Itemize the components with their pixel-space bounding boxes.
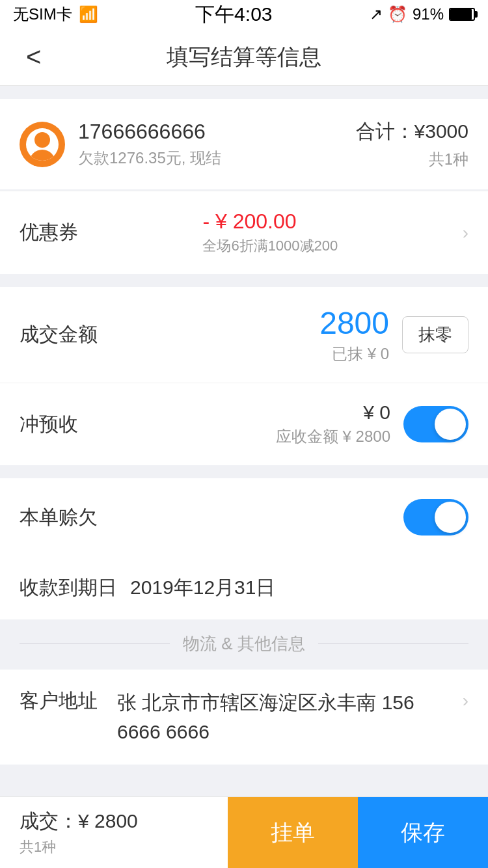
section-divider-2 (0, 465, 488, 478)
status-bar: 无SIM卡 📶 下午4:03 ↗ ⏰ 91% (0, 0, 488, 29)
bottom-bar: 成交：¥ 2800 共1种 挂单 保存 (0, 796, 488, 868)
logistics-label: 物流 & 其他信息 (183, 632, 305, 655)
address-label: 客户地址 (20, 688, 98, 714)
customer-subtext: 欠款1276.35元, 现结 (78, 148, 221, 169)
status-left: 无SIM卡 📶 (13, 4, 98, 25)
customer-phone: 17666666666 (78, 120, 221, 144)
card-info: 17666666666 欠款1276.35元, 现结 (78, 120, 221, 169)
total-count: 共1种 (356, 149, 468, 170)
nav-bar: < 填写结算等信息 (0, 29, 488, 86)
deal-amount-row: 成交金额 2800 已抹 ¥ 0 抹零 (0, 287, 488, 383)
coupon-discount: - ¥ 200.00 (202, 210, 338, 234)
address-row[interactable]: 客户地址 张 北京市市辖区海淀区永丰南 156 6666 6666 › (0, 670, 488, 765)
chongyu-toggle[interactable] (403, 406, 468, 442)
chongyu-row: 冲预收 ¥ 0 应收金额 ¥ 2800 (0, 383, 488, 465)
card-left: 17666666666 欠款1276.35元, 现结 (20, 120, 221, 169)
deal-amount-sub: 已抹 ¥ 0 (319, 344, 389, 364)
deal-amount-label: 成交金额 (20, 321, 98, 348)
due-date-value: 2019年12月31日 (130, 575, 275, 601)
save-button[interactable]: 保存 (358, 797, 488, 868)
chongyu-desc: 应收金额 ¥ 2800 (276, 426, 390, 447)
bottom-count: 共1种 (20, 837, 208, 857)
avatar-body (29, 150, 55, 161)
section-divider-1 (0, 274, 488, 287)
address-value: 张 北京市市辖区海淀区永丰南 156 6666 6666 (117, 688, 463, 746)
chongyu-amount: ¥ 0 (276, 401, 390, 424)
bendan-toggle[interactable] (403, 499, 468, 536)
pending-button[interactable]: 挂单 (228, 797, 358, 868)
avatar-inner (26, 128, 59, 161)
bottom-deal-text: 成交：¥ 2800 (20, 808, 208, 835)
status-right: ↗ ⏰ 91% (370, 5, 475, 23)
address-chevron-icon: › (463, 690, 468, 711)
deal-amount-section: 成交金额 2800 已抹 ¥ 0 抹零 冲预收 ¥ 0 应收金额 ¥ 2800 (0, 287, 488, 465)
alarm-icon: ⏰ (388, 5, 407, 23)
location-icon: ↗ (370, 5, 383, 23)
status-time: 下午4:03 (195, 1, 272, 28)
bottom-deal-amount: ¥ 2800 (78, 810, 138, 832)
customer-card: 17666666666 欠款1276.35元, 现结 合计：¥3000 共1种 (0, 99, 488, 189)
avatar (20, 122, 65, 167)
coupon-right: - ¥ 200.00 全场6折满1000减200 (202, 210, 338, 256)
avatar-head (34, 132, 50, 148)
deal-amount-right: 2800 已抹 ¥ 0 抹零 (319, 305, 468, 364)
sep-line-left (20, 644, 170, 644)
due-date-row: 收款到期日 2019年12月31日 (0, 556, 488, 619)
coupon-row[interactable]: 优惠券 - ¥ 200.00 全场6折满1000减200 › (0, 191, 488, 274)
bottom-summary: 成交：¥ 2800 共1种 (0, 797, 228, 868)
battery-percent: 91% (413, 5, 444, 23)
carrier-text: 无SIM卡 (13, 4, 72, 25)
coupon-chevron-icon: › (463, 223, 468, 243)
logistics-separator: 物流 & 其他信息 (0, 619, 488, 668)
bendan-toggle-knob (435, 502, 466, 533)
wifi-icon: 📶 (79, 5, 98, 23)
chongyu-right-group: ¥ 0 应收金额 ¥ 2800 (276, 401, 468, 447)
coupon-desc: 全场6折满1000减200 (202, 236, 338, 256)
round-zero-button[interactable]: 抹零 (402, 316, 468, 353)
due-date-label: 收款到期日 (20, 575, 117, 601)
toggle-knob (435, 409, 466, 440)
bendan-section: 本单赊欠 收款到期日 2019年12月31日 (0, 478, 488, 619)
bendan-row: 本单赊欠 (0, 478, 488, 556)
chongyu-amount-group: ¥ 0 应收金额 ¥ 2800 (276, 401, 390, 447)
chongyu-label: 冲预收 (20, 411, 78, 438)
total-amount: 合计：¥3000 (356, 118, 468, 145)
coupon-label: 优惠券 (20, 219, 78, 246)
sep-line-right (318, 644, 468, 644)
card-total-area: 合计：¥3000 共1种 (356, 118, 468, 170)
nav-title: 填写结算等信息 (167, 42, 321, 72)
deal-amount-value: 2800 (319, 305, 389, 341)
address-section: 客户地址 张 北京市市辖区海淀区永丰南 156 6666 6666 › (0, 670, 488, 765)
battery-icon (449, 8, 475, 21)
back-button[interactable]: < (20, 36, 47, 78)
deal-amount-value-group: 2800 已抹 ¥ 0 (319, 305, 389, 364)
bendan-label: 本单赊欠 (20, 504, 98, 531)
